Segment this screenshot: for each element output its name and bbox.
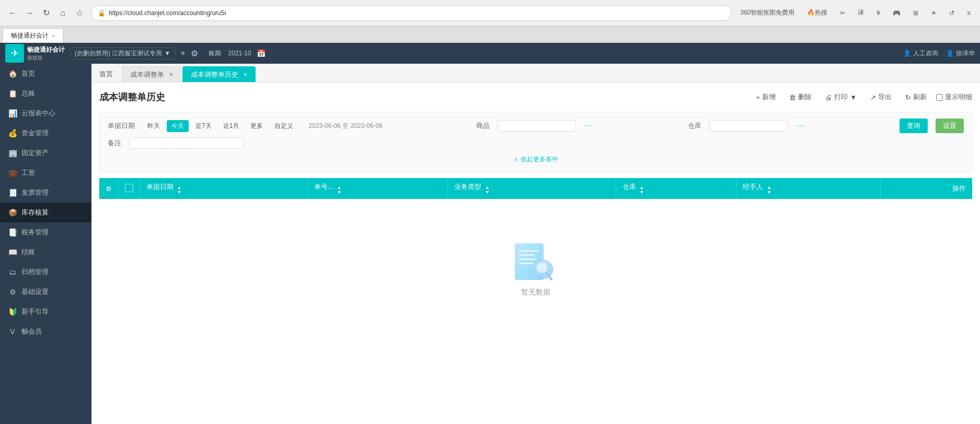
- date-btn-more[interactable]: 更多: [246, 120, 268, 132]
- customer-service-link[interactable]: 👤 人工咨询: [903, 49, 938, 58]
- home-tab-label: 首页: [99, 69, 113, 79]
- th-action: 操作: [881, 178, 972, 199]
- th-handler[interactable]: 经手人 ▲▼: [736, 178, 881, 199]
- show-cols-input[interactable]: [936, 94, 943, 101]
- th-date[interactable]: 单据日期 ▲▼: [140, 178, 308, 199]
- lock-icon: 🔒: [98, 9, 106, 17]
- search-tool[interactable]: 360智能抠图免费用: [736, 7, 799, 19]
- hot-search[interactable]: 🔥热搜: [803, 7, 832, 19]
- game-icon[interactable]: 🎮: [889, 8, 905, 18]
- print-button[interactable]: 🖨 打印 ▼: [821, 90, 861, 104]
- page-title-bar: 成本调整单历史 + 新增 🗑 删除 🖨 打印 ▼: [99, 90, 972, 104]
- sidebar-label-11: 基础设置: [21, 287, 49, 297]
- sidebar-item-12[interactable]: 🔰新手引导: [0, 302, 91, 322]
- setting-button[interactable]: 设置: [936, 119, 964, 133]
- svg-rect-3: [519, 258, 537, 260]
- content-area: 首页 成本调整单 × 成本调整单历史 × 成本调整单历史 + 新增: [91, 64, 980, 424]
- data-table: ⚙ 单据日期 ▲▼ 单号... ▲▼ 业务类型: [99, 178, 972, 339]
- collapse-button[interactable]: ∧ 收起更多条件: [108, 153, 964, 166]
- browser-tab-close[interactable]: ×: [52, 33, 55, 39]
- sidebar-item-3[interactable]: 💰资金管理: [0, 123, 91, 143]
- star-button[interactable]: ☆: [72, 6, 87, 20]
- print-label: 打印: [834, 92, 848, 102]
- sidebar-label-8: 税务管理: [21, 228, 49, 237]
- warehouse-dots-icon[interactable]: ···: [795, 121, 805, 131]
- th-number[interactable]: 单号... ▲▼: [308, 178, 448, 199]
- menu-icon[interactable]: ≡: [963, 8, 975, 18]
- select-all-checkbox[interactable]: [125, 184, 133, 192]
- forward-button[interactable]: →: [22, 6, 37, 20]
- sidebar-item-7[interactable]: 📦库存核算: [0, 203, 91, 222]
- delete-button[interactable]: 🗑 删除: [785, 90, 816, 104]
- export-icon: ↗: [870, 93, 876, 101]
- sidebar-item-10[interactable]: 🗂归档管理: [0, 262, 91, 282]
- wallet-icon[interactable]: ¥: [872, 8, 884, 18]
- delete-label: 删除: [798, 92, 812, 102]
- date-btn-yesterday[interactable]: 昨天: [143, 120, 165, 132]
- th-settings[interactable]: ⚙: [99, 178, 119, 199]
- sidebar-item-6[interactable]: 🧾发票管理: [0, 183, 91, 203]
- sidebar-item-1[interactable]: 📋总账: [0, 84, 91, 103]
- tab-cost-adjustment-history-close[interactable]: ×: [244, 71, 247, 78]
- scissors-icon[interactable]: ✂: [836, 8, 849, 18]
- sidebar-label-1: 总账: [21, 89, 35, 98]
- sidebar-item-11[interactable]: ⚙基础设置: [0, 282, 91, 302]
- company-selector[interactable]: (勿删勿禁用) 江西服宝测试专用 ▼: [70, 48, 175, 60]
- date-btn-custom[interactable]: 自定义: [270, 120, 298, 132]
- browser-tab-bar: 畅捷通好会计 ×: [0, 26, 980, 43]
- period-value: 2021-10: [228, 50, 251, 57]
- sidebar-item-13[interactable]: V畅会员: [0, 322, 91, 341]
- tab-cost-adjustment-history-label: 成本调整单历史: [191, 70, 238, 79]
- grid-icon[interactable]: ⊞: [909, 8, 923, 18]
- refresh-button[interactable]: ↻ 刷新: [901, 90, 931, 104]
- date-btn-today[interactable]: 今天: [167, 120, 189, 132]
- goods-input[interactable]: [498, 120, 576, 132]
- sidebar-item-4[interactable]: 🏢固定资产: [0, 143, 91, 163]
- show-cols-label: 显示明细: [945, 92, 972, 102]
- warehouse-label: 仓库: [688, 121, 701, 131]
- sidebar-item-2[interactable]: 📊云报表中心: [0, 103, 91, 123]
- sidebar-item-0[interactable]: 🏠首页: [0, 64, 91, 84]
- empty-text: 暂无数据: [521, 288, 550, 297]
- th-biz-type[interactable]: 业务类型 ▲▼: [448, 178, 616, 199]
- th-warehouse[interactable]: 仓库 ▲▼: [616, 178, 736, 199]
- tab-cost-adjustment-close[interactable]: ×: [169, 71, 173, 78]
- refresh-button[interactable]: ↻: [39, 6, 53, 20]
- show-cols-checkbox[interactable]: 显示明细: [936, 92, 972, 102]
- table-body: 暂无数据: [99, 199, 972, 339]
- tab-cost-adjustment[interactable]: 成本调整单 ×: [122, 66, 181, 82]
- app-header: ✈ 畅捷通好会计 旗舰版 (勿删勿禁用) 江西服宝测试专用 ▼ + ⚙ 账期 2…: [0, 43, 980, 64]
- sidebar-icon-6: 🧾: [8, 189, 17, 197]
- user-profile-link[interactable]: 👤 徐泽华: [946, 49, 975, 58]
- add-company-button[interactable]: +: [180, 49, 185, 58]
- warehouse-input[interactable]: [709, 120, 788, 132]
- undo-icon[interactable]: ↺: [945, 8, 959, 18]
- sidebar-item-5[interactable]: 💼工资: [0, 163, 91, 183]
- user-icon: 👤: [946, 50, 954, 57]
- goods-dots-icon[interactable]: ···: [584, 121, 594, 131]
- sidebar: 🏠首页📋总账📊云报表中心💰资金管理🏢固定资产💼工资🧾发票管理📦库存核算📑税务管理…: [0, 64, 91, 424]
- th-checkbox[interactable]: [119, 178, 140, 199]
- new-button[interactable]: + 新增: [752, 90, 780, 104]
- browser-tab[interactable]: 畅捷通好会计 ×: [3, 28, 63, 43]
- back-button[interactable]: ←: [5, 6, 20, 20]
- calendar-icon[interactable]: 📅: [257, 49, 266, 57]
- sidebar-item-8[interactable]: 📑税务管理: [0, 222, 91, 242]
- tab-cost-adjustment-history[interactable]: 成本调整单历史 ×: [182, 66, 256, 82]
- refresh-label: 刷新: [913, 92, 927, 102]
- sidebar-icon-1: 📋: [8, 89, 17, 98]
- translate-icon[interactable]: 译: [854, 7, 868, 19]
- search-button[interactable]: 查询: [900, 119, 928, 133]
- home-button[interactable]: ⌂: [55, 6, 70, 20]
- sidebar-item-9[interactable]: 📖结账: [0, 242, 91, 262]
- date-btn-7days[interactable]: 近7天: [191, 120, 216, 132]
- note-input[interactable]: [129, 137, 244, 149]
- address-bar[interactable]: 🔒 https://cloud.chanjet.com/accounting/u…: [91, 5, 732, 21]
- tab-home[interactable]: 首页: [91, 66, 121, 82]
- page-content: 成本调整单历史 + 新增 🗑 删除 🖨 打印 ▼: [91, 83, 980, 424]
- sidebar-label-12: 新手引导: [21, 307, 49, 316]
- export-button[interactable]: ↗ 导出: [866, 90, 896, 104]
- sun-icon[interactable]: ☀: [927, 8, 941, 18]
- date-btn-1month[interactable]: 近1月: [218, 120, 244, 132]
- settings-icon[interactable]: ⚙: [191, 49, 198, 58]
